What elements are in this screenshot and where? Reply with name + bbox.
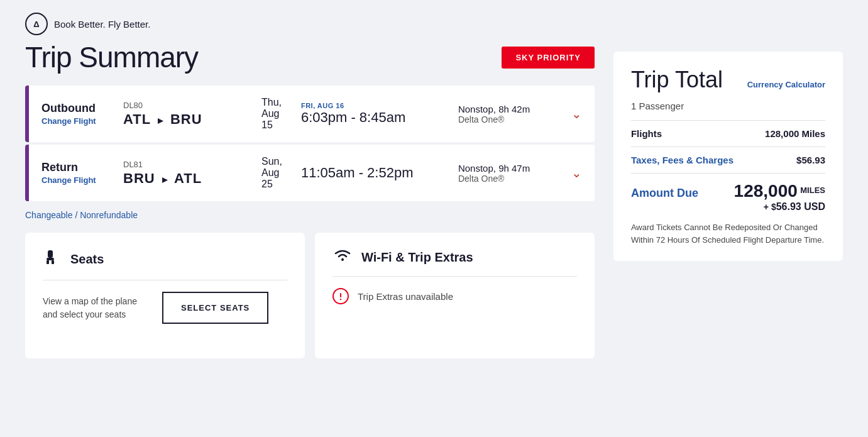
return-chevron-down-icon: ⌄	[571, 166, 582, 180]
trip-total-section: Trip Total Currency Calculator 1 Passeng…	[613, 52, 843, 261]
brand-tagline: Book Better. Fly Better.	[54, 19, 150, 30]
flights-label: Flights	[631, 128, 662, 139]
amount-due-row: Amount Due 128,000 MILES + $56.93 USD	[631, 181, 825, 213]
taxes-label: Taxes, Fees & Charges	[631, 155, 733, 165]
outbound-time-col: FRI, AUG 16 6:03pm - 8:45am	[301, 102, 439, 126]
seats-card: Seats View a map of the plane and select…	[25, 233, 305, 358]
delta-logo-icon: Δ	[25, 13, 48, 35]
outbound-type: Outbound	[41, 102, 123, 115]
page-title: Trip Summary	[25, 40, 198, 74]
sky-priority-badge: SKY PRIORITY	[502, 47, 595, 69]
wifi-card: Wi-Fi & Trip Extras Trip Extras unavaila…	[315, 233, 595, 358]
divider-1	[631, 120, 825, 121]
outbound-nonstop-col: Nonstop, 8h 42m Delta One®	[458, 104, 571, 124]
wifi-title: Wi-Fi & Trip Extras	[361, 250, 473, 265]
bottom-cards: Seats View a map of the plane and select…	[25, 233, 595, 358]
return-flight-card: Return Change Flight DL81 BRU ▸ ATL Sun,…	[25, 145, 595, 201]
svg-rect-8	[340, 293, 341, 297]
outbound-route-date-col: DL80 ATL ▸ BRU	[123, 101, 249, 128]
return-route-date: DL81 BRU ▸ ATL Sun, Aug 25 11:05am - 2:5…	[123, 156, 571, 190]
outbound-nonstop: Nonstop, 8h 42m	[458, 104, 571, 114]
seats-card-header: Seats	[43, 248, 287, 280]
award-notice: Award Tickets Cannot Be Redeposited Or C…	[631, 221, 825, 246]
return-time-col: 11:05am - 2:52pm	[301, 165, 439, 181]
amount-miles-unit: MILES	[800, 185, 825, 195]
svg-text:Δ: Δ	[33, 19, 39, 29]
outbound-flight-number: DL80	[123, 101, 249, 110]
trip-extras-label: Trip Extras unavailable	[358, 291, 453, 302]
taxes-value: $56.93	[796, 155, 825, 165]
amount-usd: 56.93	[776, 201, 801, 212]
return-change-flight-link[interactable]: Change Flight	[41, 175, 96, 185]
amount-due-value: 128,000 MILES + $56.93 USD	[734, 181, 825, 213]
right-panel: Trip Total Currency Calculator 1 Passeng…	[613, 13, 843, 358]
select-seats-button[interactable]: SELECT SEATS	[162, 292, 268, 324]
svg-rect-2	[48, 250, 53, 258]
trip-extras-unavailable: Trip Extras unavailable	[332, 288, 577, 304]
seat-icon	[43, 248, 62, 271]
taxes-cost-row: Taxes, Fees & Charges $56.93	[631, 155, 825, 165]
outbound-label-col: Outbound Change Flight	[41, 102, 123, 126]
divider-2	[631, 147, 825, 147]
seats-title: Seats	[70, 252, 104, 267]
svg-rect-4	[52, 260, 54, 264]
amount-usd-row: + $56.93 USD	[734, 201, 825, 213]
outbound-flight-card: Outbound Change Flight DL80 ATL ▸ BRU Th…	[25, 86, 595, 142]
return-label-col: Return Change Flight	[41, 161, 123, 185]
svg-point-9	[340, 299, 341, 300]
amount-miles-row: 128,000 MILES	[734, 181, 825, 201]
outbound-cabin: Delta One®	[458, 114, 571, 124]
trip-total-header: Trip Total Currency Calculator	[631, 67, 825, 93]
return-route-date-col: DL81 BRU ▸ ATL	[123, 160, 249, 187]
return-time: 11:05am - 2:52pm	[301, 165, 439, 181]
seats-content: View a map of the plane and select your …	[43, 292, 287, 324]
outbound-chevron-down-icon: ⌄	[571, 107, 582, 121]
amount-usd-prefix: + $	[764, 202, 776, 212]
outbound-date: Thu, Aug 15	[261, 97, 282, 131]
return-flight-number: DL81	[123, 160, 249, 169]
return-type: Return	[41, 161, 123, 174]
page-title-row: Trip Summary SKY PRIORITY	[25, 40, 595, 74]
amount-usd-unit: USD	[804, 201, 825, 212]
brand-bar: Δ Book Better. Fly Better.	[25, 13, 595, 35]
divider-3	[631, 173, 825, 174]
currency-calculator-link[interactable]: Currency Calculator	[747, 80, 825, 89]
seats-description: View a map of the plane and select your …	[43, 295, 143, 321]
svg-rect-3	[47, 258, 54, 260]
wifi-icon	[332, 248, 353, 267]
wifi-card-header: Wi-Fi & Trip Extras	[332, 248, 577, 277]
return-nonstop: Nonstop, 9h 47m	[458, 163, 571, 174]
flights-cost-row: Flights 128,000 Miles	[631, 128, 825, 139]
outbound-route: ATL ▸ BRU	[123, 111, 249, 128]
outbound-change-flight-link[interactable]: Change Flight	[41, 116, 96, 126]
return-route: BRU ▸ ATL	[123, 170, 249, 187]
outbound-arrival-label: FRI, AUG 16	[301, 102, 439, 109]
svg-rect-5	[47, 260, 49, 264]
flights-value: 128,000 Miles	[765, 128, 825, 139]
return-nonstop-col: Nonstop, 9h 47m Delta One®	[458, 163, 571, 184]
outbound-route-date: DL80 ATL ▸ BRU Thu, Aug 15 FRI, AUG 16 6…	[123, 97, 571, 131]
outbound-time: 6:03pm - 8:45am	[301, 109, 439, 126]
amount-miles: 128,000	[734, 181, 798, 201]
svg-point-6	[341, 258, 344, 261]
outbound-chevron-col[interactable]: ⌄	[571, 106, 582, 121]
alert-circle-icon	[332, 288, 349, 304]
return-chevron-col[interactable]: ⌄	[571, 165, 582, 180]
changeable-note: Changeable / Nonrefundable	[25, 210, 595, 220]
amount-due-label: Amount Due	[631, 187, 698, 200]
passenger-count: 1 Passenger	[631, 101, 825, 111]
trip-total-title: Trip Total	[631, 67, 723, 93]
return-cabin: Delta One®	[458, 174, 571, 184]
return-date: Sun, Aug 25	[261, 156, 282, 190]
